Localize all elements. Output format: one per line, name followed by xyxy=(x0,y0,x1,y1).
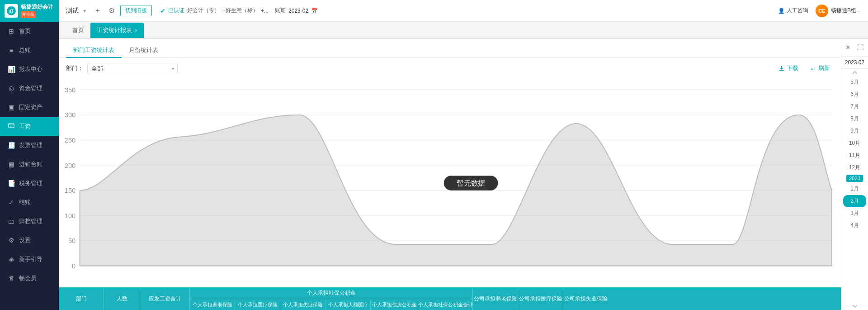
download-icon xyxy=(778,65,785,72)
month-nav-up-btn[interactable] xyxy=(841,69,868,76)
th-personal-large-medical: 个人承担大额医疗 xyxy=(326,299,371,310)
th-personal-group-label: 个人承担社保公积金 xyxy=(190,287,472,299)
th-company-medical: 公司承担医疗保险 xyxy=(518,287,563,310)
svg-rect-2 xyxy=(9,124,14,128)
sidebar-item-label: 报表中心 xyxy=(19,65,42,73)
svg-rect-5 xyxy=(779,70,784,71)
svg-text:300: 300 xyxy=(65,111,75,119)
sidebar-item-checkout[interactable]: ✓ 结账 xyxy=(0,193,59,212)
month-item-3[interactable]: 3月 xyxy=(841,207,868,219)
month-item-1[interactable]: 1月 xyxy=(841,183,868,195)
sidebar-item-label: 资金管理 xyxy=(19,84,42,92)
th-personal-medical: 个人承担医疗保险 xyxy=(235,299,280,310)
year-badge-2023[interactable]: 2023 xyxy=(846,175,863,182)
th-company-pension: 公司承担养老保险 xyxy=(473,287,518,310)
month-item-11[interactable]: 11月 xyxy=(841,149,868,162)
sub-tab-dept[interactable]: 部门工资统计表 xyxy=(66,43,122,58)
month-item-2-active[interactable]: 2月 xyxy=(843,195,866,207)
th-personal-unemployment: 个人承担失业保险 xyxy=(280,299,326,310)
topbar-right: 👤 人工咨询 CE 畅捷通B组... xyxy=(778,5,861,17)
sidebar-item-tax[interactable]: 📑 税务管理 xyxy=(0,174,59,193)
month-item-9[interactable]: 9月 xyxy=(841,125,868,137)
funds-icon: ◎ xyxy=(7,85,15,92)
sidebar-item-label: 设置 xyxy=(19,236,31,244)
dropdown-arrow-icon[interactable]: ▾ xyxy=(83,8,86,14)
refresh-icon xyxy=(810,65,816,72)
logo-text: 畅捷通好会计 xyxy=(21,4,53,11)
main-area: 测试 ▾ ＋ ⚙ 切到旧版 ✔ 已认证 好会计（专） +好生意（标） +... … xyxy=(59,0,868,310)
sidebar-item-member[interactable]: ♛ 畅会员 xyxy=(0,269,59,288)
refresh-btn[interactable]: 刷新 xyxy=(807,62,834,74)
sidebar-item-salary[interactable]: 工资 xyxy=(0,117,59,136)
sidebar-item-label: 工资 xyxy=(19,122,31,130)
sidebar-item-settings[interactable]: ⚙ 设置 xyxy=(0,231,59,250)
month-item-5[interactable]: 5月 xyxy=(841,76,868,88)
month-nav-down-btn[interactable] xyxy=(841,303,868,310)
sidebar-item-invoice[interactable]: 🧾 发票管理 xyxy=(0,136,59,155)
company-name: 测试 xyxy=(66,7,79,15)
sidebar-item-home[interactable]: ⊞ 首页 xyxy=(0,22,59,41)
expand-panel-btn[interactable]: ⛶ xyxy=(856,43,864,52)
th-dept: 部门 xyxy=(59,287,104,310)
settings-button[interactable]: ⚙ xyxy=(107,5,117,17)
status-good-biz: +好生意（标） xyxy=(222,7,258,14)
svg-text:好: 好 xyxy=(9,9,14,14)
sidebar-item-newuser[interactable]: ◈ 新手引导 xyxy=(0,250,59,269)
member-icon: ♛ xyxy=(7,275,15,282)
th-company-unemployment: 公司承担失业保险 xyxy=(563,287,609,310)
month-item-4[interactable]: 4月 xyxy=(841,219,868,232)
period-label: 账期 xyxy=(275,7,286,14)
dept-filter-label: 部门： xyxy=(66,64,84,72)
chart-tooltip-text: 暂无数据 xyxy=(457,179,485,187)
month-item-12[interactable]: 12月 xyxy=(841,162,868,174)
svg-text:350: 350 xyxy=(65,86,75,94)
sub-tab-dept-label: 部门工资统计表 xyxy=(73,47,114,53)
topbar-actions: ＋ ⚙ 切到旧版 xyxy=(92,4,152,17)
sidebar-item-label: 归档管理 xyxy=(19,217,42,225)
download-btn[interactable]: 下载 xyxy=(775,62,802,74)
th-personal-total: 个人承担社保公积金合计 xyxy=(418,299,472,310)
month-item-8[interactable]: 8月 xyxy=(841,113,868,125)
month-list: 5月 6月 7月 8月 9月 10月 11月 12月 2023 1月 2月 3月… xyxy=(841,76,868,303)
switch-to-old-btn[interactable]: 切到旧版 xyxy=(120,5,152,16)
sidebar-item-assets[interactable]: ▣ 固定资产 xyxy=(0,98,59,117)
sidebar-item-reports[interactable]: 📊 报表中心 xyxy=(0,60,59,79)
sidebar-item-sales[interactable]: ▤ 进销台账 xyxy=(0,155,59,174)
close-panel-btn[interactable]: × xyxy=(845,43,851,52)
help-icon: 👤 xyxy=(778,8,785,14)
sidebar-item-label: 畅会员 xyxy=(19,274,37,282)
svg-text:200: 200 xyxy=(65,162,75,169)
svg-text:250: 250 xyxy=(65,137,75,144)
ledger-icon: ≡ xyxy=(7,47,15,54)
sidebar: 好 畅捷通好会计 专业版 ⊞ 首页 ≡ 总账 📊 报表中心 ◎ 资金管理 ▣ 固… xyxy=(0,0,59,310)
settings-icon: ⚙ xyxy=(7,237,15,244)
tab-close-icon[interactable]: × xyxy=(135,28,137,33)
help-label: 人工咨询 xyxy=(787,7,808,14)
month-item-7[interactable]: 7月 xyxy=(841,100,868,113)
assets-icon: ▣ xyxy=(7,104,15,111)
status-more: +... xyxy=(261,8,269,14)
month-item-10[interactable]: 10月 xyxy=(841,137,868,149)
user-menu[interactable]: CE 畅捷通B组... xyxy=(816,5,861,17)
tab-salary-label: 工资统计报表 xyxy=(97,26,132,34)
th-personal-pension: 个人承担养老保险 xyxy=(190,299,235,310)
sidebar-item-label: 固定资产 xyxy=(19,103,42,111)
dept-select-wrapper: 全部 ▾ xyxy=(87,63,178,74)
sidebar-item-ledger[interactable]: ≡ 总账 xyxy=(0,41,59,60)
tax-icon: 📑 xyxy=(7,180,15,187)
tabbar: 首页 工资统计报表 × xyxy=(59,22,868,39)
sub-tab-month[interactable]: 月份统计表 xyxy=(122,43,165,58)
tab-home[interactable]: 首页 xyxy=(66,23,90,38)
calendar-icon[interactable]: 📅 xyxy=(311,8,318,14)
sidebar-item-funds[interactable]: ◎ 资金管理 xyxy=(0,79,59,98)
add-button[interactable]: ＋ xyxy=(92,4,103,17)
sidebar-nav: ⊞ 首页 ≡ 总账 📊 报表中心 ◎ 资金管理 ▣ 固定资产 工资 🧾 发票管理 xyxy=(0,22,59,310)
tab-salary[interactable]: 工资统计报表 × xyxy=(90,23,144,38)
username: 畅捷通B组... xyxy=(831,7,861,14)
archive-icon: 🗃 xyxy=(7,218,15,225)
month-item-6[interactable]: 6月 xyxy=(841,88,868,100)
home-icon: ⊞ xyxy=(7,28,15,35)
sidebar-item-archive[interactable]: 🗃 归档管理 xyxy=(0,212,59,231)
dept-select[interactable]: 全部 xyxy=(87,63,178,74)
help-btn[interactable]: 👤 人工咨询 xyxy=(778,7,808,14)
